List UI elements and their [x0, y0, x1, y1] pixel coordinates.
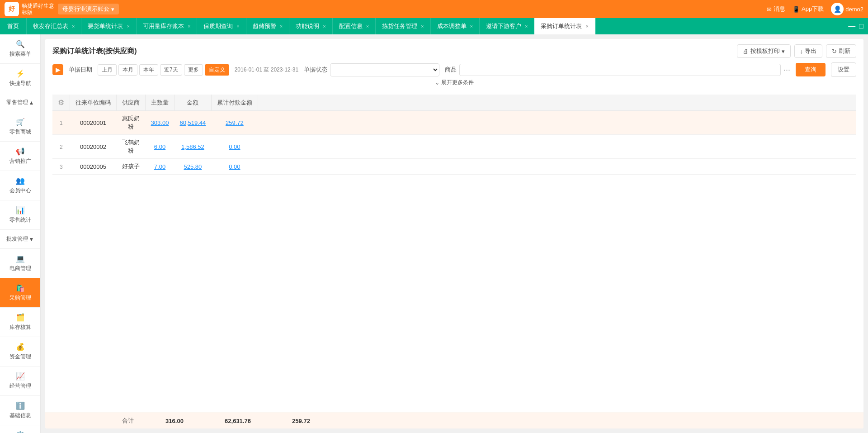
tab-pick-task[interactable]: 拣货任务管理 × [376, 18, 430, 34]
logo-icon: 好 [5, 2, 19, 16]
tab-overstock[interactable]: 超储预警 × [246, 18, 289, 34]
shop-icon: 🛒 [16, 118, 25, 126]
main-layout: 🔍 搜索菜单 ⚡ 快捷导航 零售管理 ▲ 🛒 零售商城 📢 营销推广 👥 会员中… [0, 34, 868, 433]
this-year-btn[interactable]: 本年 [139, 64, 158, 76]
chevron-down-icon: ▾ [111, 6, 114, 13]
row-qty[interactable]: 7.00 [146, 159, 175, 175]
refresh-button[interactable]: ↻ 刷新 [826, 44, 856, 58]
close-icon[interactable]: × [72, 24, 75, 29]
print-button[interactable]: 🖨 按模板打印 ▾ [737, 44, 791, 58]
close-icon[interactable]: × [525, 24, 528, 29]
message-button[interactable]: ✉ 消息 [767, 5, 785, 13]
message-icon: ✉ [767, 6, 772, 13]
close-icon[interactable]: × [421, 24, 424, 29]
sidebar-item-wholesale-mgmt[interactable]: 批发管理 ▼ [0, 230, 40, 249]
table-row: 2 00020002 飞鹤奶粉 6.00 1,586.52 0.00 [52, 135, 856, 159]
goods-input[interactable] [459, 64, 781, 76]
restore-button[interactable]: □ [859, 22, 863, 30]
row-amount[interactable]: 525.80 [175, 159, 212, 175]
close-icon[interactable]: × [127, 24, 129, 29]
gear-icon: ⚙️ [16, 431, 25, 433]
expand-more-row: ⌄ 展开更多条件 [52, 77, 856, 90]
close-icon[interactable]: × [470, 24, 473, 29]
sidebar-item-shortcut[interactable]: ⚡ 快捷导航 [0, 64, 40, 93]
last-7days-btn[interactable]: 近7天 [160, 64, 182, 76]
tab-order-summary[interactable]: 要货单统计表 × [81, 18, 136, 34]
sidebar-item-basic-info[interactable]: ℹ️ 基础信息 [0, 396, 40, 425]
sidebar-item-biz-mgmt[interactable]: 📈 经营管理 [0, 366, 40, 396]
row-amount[interactable]: 1,586.52 [175, 135, 212, 159]
sidebar-item-purchase-mgmt[interactable]: 🛍️ 采购管理 [0, 278, 40, 308]
sidebar-item-sys-mgmt[interactable]: ⚙️ 系统管理 [0, 425, 40, 433]
top-bar: 好 畅捷通好生意 标版 母婴行业演示账套 ▾ ✉ 消息 📱 App下载 👤 de… [0, 0, 868, 18]
tab-func-desc[interactable]: 功能说明 × [289, 18, 332, 34]
close-icon[interactable]: × [366, 24, 369, 29]
sidebar-item-member[interactable]: 👥 会员中心 [0, 171, 40, 200]
logo-text: 畅捷通好生意 标版 [22, 3, 54, 16]
content-area: 采购订单统计表(按供应商) 🖨 按模板打印 ▾ ↓ 导出 ↻ 刷新 [41, 34, 868, 433]
col-code: 往来单位编码 [70, 95, 117, 111]
data-table: ⚙ 往来单位编码 供应商 主数量 金额 累计付款金额 1 [52, 95, 856, 175]
row-num: 3 [52, 159, 70, 175]
export-button[interactable]: ↓ 导出 [794, 44, 823, 58]
tab-purchase-summary[interactable]: 采购订单统计表 × [534, 18, 595, 34]
info-icon: ℹ️ [16, 401, 25, 410]
date-range-display: 2016-01-01 至 2023-12-31 [235, 66, 298, 74]
expand-more-button[interactable]: ⌄ 展开更多条件 [435, 79, 474, 86]
settings-button[interactable]: 设置 [831, 62, 856, 77]
sidebar-item-retail-shop[interactable]: 🛒 零售商城 [0, 112, 40, 142]
last-month-btn[interactable]: 上月 [98, 64, 117, 76]
minimize-button[interactable]: — [848, 22, 855, 30]
status-select[interactable] [330, 63, 439, 76]
goods-filter: 商品 ··· [445, 64, 790, 76]
close-icon[interactable]: × [236, 24, 239, 29]
row-paid[interactable]: 0.00 [211, 135, 258, 159]
tab-config[interactable]: 配置信息 × [333, 18, 376, 34]
sidebar: 🔍 搜索菜单 ⚡ 快捷导航 零售管理 ▲ 🛒 零售商城 📢 营销推广 👥 会员中… [0, 34, 41, 433]
sidebar-item-marketing[interactable]: 📢 营销推广 [0, 142, 40, 171]
company-selector[interactable]: 母婴行业演示账套 ▾ [58, 4, 119, 14]
arrow-down-icon: ▼ [29, 236, 34, 243]
tab-available-stock[interactable]: 可用量库存账本 × [137, 18, 197, 34]
filter-area: ▶ 单据日期 上月 本月 本年 近7天 更多 自定义 2016-01-01 至 … [45, 58, 863, 95]
row-extra [258, 159, 856, 175]
this-month-btn[interactable]: 本月 [118, 64, 137, 76]
tab-cost-adjust[interactable]: 成本调整单 × [431, 18, 480, 34]
sidebar-item-ecom-mgmt[interactable]: 💻 电商管理 [0, 249, 40, 278]
tab-expiry[interactable]: 保质期查询 × [197, 18, 246, 34]
filter-toggle-button[interactable]: ▶ [52, 64, 63, 75]
close-icon[interactable]: × [585, 24, 588, 29]
query-button[interactable]: 查询 [796, 63, 826, 76]
row-qty[interactable]: 303.00 [146, 111, 175, 135]
date-label: 单据日期 [69, 66, 92, 74]
sidebar-item-stock-check[interactable]: 🗂️ 库存核算 [0, 308, 40, 337]
stats-icon: 📊 [16, 206, 25, 214]
footer-values: 316.00 62,631.76 259.72 [143, 418, 333, 424]
close-icon[interactable]: × [280, 24, 283, 29]
row-amount[interactable]: 60,519.44 [175, 111, 212, 135]
user-menu[interactable]: 👤 demo2 [831, 3, 863, 15]
more-options-icon[interactable]: ··· [783, 65, 790, 75]
sidebar-item-search[interactable]: 🔍 搜索菜单 [0, 34, 40, 64]
sidebar-item-finance[interactable]: 💰 资金管理 [0, 337, 40, 366]
sidebar-item-retail-stats[interactable]: 📊 零售统计 [0, 200, 40, 230]
row-paid[interactable]: 259.72 [211, 111, 258, 135]
row-paid[interactable]: 0.00 [211, 159, 258, 175]
page-card: 采购订单统计表(按供应商) 🖨 按模板打印 ▾ ↓ 导出 ↻ 刷新 [45, 39, 863, 428]
sidebar-item-retail-mgmt[interactable]: 零售管理 ▲ [0, 93, 40, 112]
footer-qty: 316.00 [143, 418, 206, 424]
stock-icon: 🗂️ [16, 313, 25, 322]
more-date-btn[interactable]: 更多 [184, 64, 203, 76]
custom-date-btn[interactable]: 自定义 [205, 64, 229, 76]
row-num: 1 [52, 111, 70, 135]
tab-receive[interactable]: 收发存汇总表 × [27, 18, 81, 34]
close-icon[interactable]: × [188, 24, 190, 29]
row-extra [258, 111, 856, 135]
row-qty[interactable]: 6.00 [146, 135, 175, 159]
page-actions: 🖨 按模板打印 ▾ ↓ 导出 ↻ 刷新 [737, 44, 857, 58]
column-settings-icon[interactable]: ⚙ [58, 99, 64, 106]
app-download-button[interactable]: 📱 App下载 [793, 5, 824, 13]
close-icon[interactable]: × [323, 24, 326, 29]
tab-home[interactable]: 首页 [0, 18, 27, 34]
tab-invite-downstream[interactable]: 邀请下游客户 × [480, 18, 534, 34]
